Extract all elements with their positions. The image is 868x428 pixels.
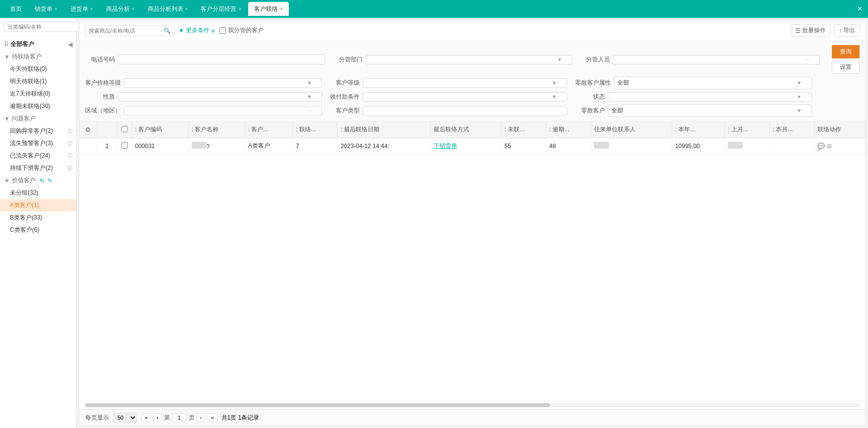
row-checkbox[interactable]: [121, 142, 128, 149]
sidebar-item-today-pending[interactable]: 今天待联络(0): [0, 63, 76, 75]
col-header-last-date[interactable]: : 最后联络日期: [337, 121, 430, 138]
payment-select[interactable]: ▼: [363, 92, 567, 102]
customer-type-input[interactable]: [363, 106, 567, 116]
sidebar-item-churned[interactable]: 已流失客户(24) ⓘ: [0, 150, 76, 162]
sidebar-collapse-button[interactable]: ◀: [68, 41, 72, 48]
horizontal-scrollbar[interactable]: [79, 401, 866, 409]
sidebar-item-overdue-contact[interactable]: 逾期未联络(30): [0, 100, 76, 112]
select-all-checkbox[interactable]: [121, 126, 128, 132]
retail-customer-select[interactable]: 全部 ▼: [608, 105, 812, 117]
nature-select[interactable]: ▼: [118, 92, 322, 102]
filter-row-4: 区域（地区） ··· 客户类型 零散客户 全部 ▼: [85, 105, 860, 117]
region-select[interactable]: ···: [124, 106, 322, 115]
table-header-row: ⚙ : 客户编码 : 客户名称 : 客户...: [79, 121, 866, 138]
department-select[interactable]: ▼: [366, 55, 573, 64]
col-header-code[interactable]: : 客户编码: [132, 121, 188, 138]
col-header-unit-contact[interactable]: 往来单位联系人: [591, 121, 672, 138]
filter-group-price-tier: 客户价格等级 ▼: [85, 78, 322, 88]
retail-attr-select[interactable]: 全部 ▼: [614, 77, 812, 89]
sidebar-item-declining[interactable]: 持续下滑客户(2) ⓘ: [0, 162, 76, 174]
sidebar-section-pending[interactable]: ▼ 待联络客户: [0, 51, 76, 63]
customer-type-label: 客户类型: [330, 107, 360, 115]
filter-group-payment: 收付款条件 ▼: [330, 92, 567, 102]
sidebar-item-b-class[interactable]: B类客户(33): [0, 212, 76, 224]
info-icon-4: ⓘ: [67, 165, 72, 172]
sidebar-section-problem[interactable]: ▼ 问题客户: [0, 112, 76, 125]
col-header-gear[interactable]: ⚙: [79, 121, 97, 138]
col-header-this-month[interactable]: : 本月...: [769, 121, 814, 138]
sidebar-section-value[interactable]: ▼ 价值客户 ↻ ✎: [0, 174, 76, 187]
row-last-date: 2023-04-12 14:44:: [337, 138, 430, 154]
prev-page-button[interactable]: ‹: [153, 413, 162, 422]
col-header-overdue[interactable]: : 逾期...: [546, 121, 591, 138]
grid-icon[interactable]: ⊞: [827, 143, 832, 150]
sidebar-item-repurchase-anomaly[interactable]: 回购异常客户(2) ⓘ: [0, 125, 76, 137]
row-overdue: 48: [546, 138, 591, 154]
first-page-button[interactable]: «: [141, 413, 151, 422]
col-header-num: [97, 121, 117, 138]
phone-input[interactable]: [118, 54, 325, 64]
page-number-input[interactable]: [172, 413, 187, 422]
filter-group-status: 状态 ▼: [575, 92, 812, 102]
tab-customer-tier[interactable]: 客户分层经营 ×: [195, 2, 247, 16]
close-goods-analysis-list-tab[interactable]: ×: [185, 6, 188, 12]
sidebar-item-tomorrow-pending[interactable]: 明天待联络(1): [0, 75, 76, 88]
more-conditions-label: 更多条件: [186, 26, 210, 35]
price-tier-arrow: ▼: [307, 80, 312, 86]
close-customer-contact-tab[interactable]: ×: [280, 6, 283, 12]
payment-arrow: ▼: [552, 94, 557, 100]
customer-table: ⚙ : 客户编码 : 客户名称 : 客户...: [79, 121, 866, 154]
row-name[interactable]: ?: [188, 138, 245, 154]
col-header-last-method[interactable]: 最后联络方式: [430, 121, 501, 138]
manager-select[interactable]: ···: [613, 55, 820, 64]
customer-tier-select[interactable]: ▼: [363, 78, 567, 88]
tab-goods-analysis-list[interactable]: 商品分析列表 ×: [142, 2, 194, 16]
export-button[interactable]: ↑ 导出: [834, 24, 860, 37]
top-navigation: 首页 销货单 × 进货单 × 商品分析 × 商品分析列表 × 客户分层经营 × …: [0, 0, 868, 18]
close-sales-tab[interactable]: ×: [54, 6, 57, 12]
edit-icon[interactable]: ✎: [48, 177, 53, 184]
query-button[interactable]: 查询: [832, 45, 860, 58]
price-tier-select[interactable]: ▼: [124, 78, 322, 88]
next-page-button[interactable]: ›: [197, 413, 206, 422]
main-search-icon[interactable]: 🔍: [163, 27, 171, 34]
sidebar-item-week-pending[interactable]: 近7天待联络(0): [0, 88, 76, 100]
tab-sales[interactable]: 销货单 ×: [29, 2, 63, 16]
sidebar-item-a-class[interactable]: A类客户(1): [0, 199, 76, 212]
col-header-contact[interactable]: : 联络...: [292, 121, 337, 138]
window-close-button[interactable]: ×: [856, 2, 864, 15]
col-header-name[interactable]: : 客户名称: [188, 121, 245, 138]
status-select[interactable]: ▼: [608, 92, 812, 102]
close-purchase-tab[interactable]: ×: [90, 6, 93, 12]
tab-customer-contact[interactable]: 客户联络 ×: [248, 2, 289, 16]
my-customers-checkbox[interactable]: [219, 27, 226, 34]
settings-button[interactable]: 设置: [832, 60, 860, 74]
col-header-type[interactable]: : 客户...: [245, 121, 292, 138]
last-page-button[interactable]: »: [207, 413, 217, 422]
sidebar-item-c-class[interactable]: C类客户(6): [0, 224, 76, 236]
tab-home[interactable]: 首页: [4, 2, 28, 16]
bulk-action-button[interactable]: ☰ 批量操作: [791, 24, 830, 37]
tab-purchase[interactable]: 进货单 ×: [64, 2, 99, 16]
row-code[interactable]: 000031: [132, 138, 188, 154]
advanced-filters: 电话号码 分管部门 ▼ 分管人员 ···: [79, 41, 866, 121]
sidebar-search-input[interactable]: [4, 22, 79, 32]
col-header-no-contact[interactable]: : 未联...: [501, 121, 546, 138]
main-search-input[interactable]: [89, 28, 163, 34]
tab-goods-analysis[interactable]: 商品分析 ×: [100, 2, 141, 16]
retail-customer-arrow: ▼: [797, 108, 802, 113]
page-size-label: 每页显示: [85, 414, 109, 422]
chat-icon[interactable]: 💬: [817, 143, 825, 150]
row-last-method[interactable]: 下销货单: [430, 138, 501, 154]
close-customer-tier-tab[interactable]: ×: [238, 6, 241, 12]
row-gear: [79, 138, 97, 154]
close-goods-analysis-tab[interactable]: ×: [132, 6, 135, 12]
scrollbar-thumb[interactable]: [85, 403, 550, 407]
more-conditions-button[interactable]: ▼ 更多条件 ∨: [178, 26, 216, 35]
col-header-last-month[interactable]: : 上月...: [725, 121, 770, 138]
refresh-icon[interactable]: ↻: [40, 177, 45, 184]
sidebar-item-ungrouped[interactable]: 未分组(32): [0, 187, 76, 199]
page-size-select[interactable]: 50 100 200: [113, 413, 137, 423]
col-header-this-year[interactable]: : 本年...: [672, 121, 724, 138]
sidebar-item-churn-warning[interactable]: 流失预警客户(3) ⓘ: [0, 137, 76, 150]
